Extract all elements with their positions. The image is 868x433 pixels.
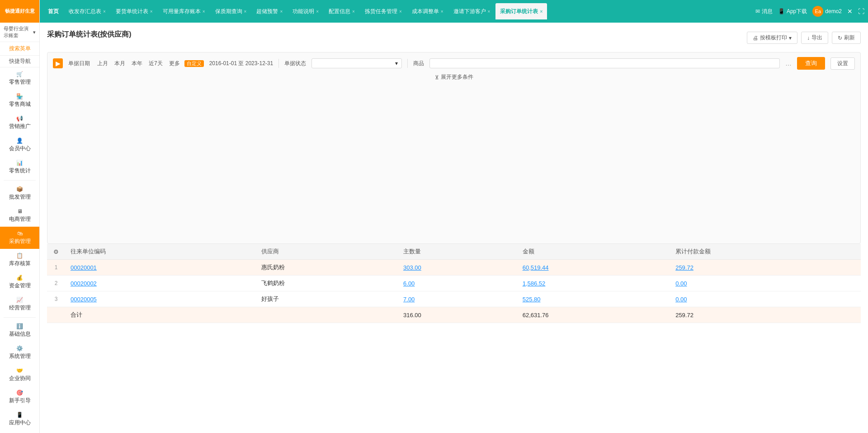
- date-shortcuts: 上月 本月 本年 近7天 更多 自定义: [95, 59, 204, 68]
- tab-purchase-order-stats[interactable]: 采购订单统计表 ×: [495, 3, 547, 19]
- cell-paid-amount[interactable]: 0.00: [670, 276, 861, 291]
- date-btn-this-month[interactable]: 本月: [113, 59, 127, 68]
- tab-cost-adjust[interactable]: 成本调整单 ×: [407, 3, 448, 19]
- export-btn[interactable]: ↓ 导出: [801, 32, 828, 44]
- cell-main-qty[interactable]: 303.00: [398, 260, 517, 276]
- tab-pick-task[interactable]: 拣货任务管理 ×: [360, 3, 406, 19]
- date-btn-7days[interactable]: 近7天: [147, 59, 165, 68]
- search-label[interactable]: 搜索英单: [9, 45, 31, 52]
- account-name: 母婴行业演示账套: [4, 25, 33, 39]
- cell-supplier-code[interactable]: 00020005: [65, 291, 256, 307]
- page-title: 采购订单统计表(按供应商): [47, 30, 132, 39]
- cell-amount[interactable]: 60,519.44: [517, 260, 670, 276]
- sidebar-item-operation[interactable]: 📈 经营管理: [0, 293, 39, 315]
- tab-invite-downstream[interactable]: 邀请下游客户 ×: [449, 3, 495, 19]
- table-summary-row: 合计 316.00 62,631.76 259.72: [47, 307, 861, 323]
- tab-close-icon[interactable]: ×: [150, 9, 153, 14]
- tab-close-icon[interactable]: ×: [488, 9, 491, 14]
- tab-close-icon[interactable]: ×: [103, 9, 106, 14]
- cell-paid-amount[interactable]: 0.00: [670, 291, 861, 307]
- tab-close-icon[interactable]: ×: [352, 9, 355, 14]
- tab-close-icon[interactable]: ×: [399, 9, 402, 14]
- goods-input[interactable]: [429, 58, 780, 68]
- message-btn[interactable]: ✉ 消息: [755, 8, 773, 15]
- status-select[interactable]: ▾: [311, 58, 402, 68]
- sidebar-item-finance[interactable]: 💰 资金管理: [0, 271, 39, 293]
- sidebar-item-shop[interactable]: 🏪 零售商城: [0, 90, 39, 112]
- tab-func-desc[interactable]: 功能说明 ×: [288, 3, 323, 19]
- summary-paid-amount: 259.72: [670, 307, 861, 323]
- cell-amount[interactable]: 525.80: [517, 291, 670, 307]
- tab-close-icon[interactable]: ×: [441, 9, 443, 14]
- sidebar-item-guide[interactable]: 🎯 新手引导: [0, 386, 39, 408]
- cell-supplier-name: 惠氏奶粉: [256, 260, 398, 276]
- search-entry[interactable]: 搜索英单: [0, 42, 39, 56]
- quicknav-label[interactable]: 快捷导航: [9, 58, 31, 64]
- cell-main-qty[interactable]: 7.00: [398, 291, 517, 307]
- app-logo: 畅捷通好生意: [0, 0, 39, 23]
- date-btn-more[interactable]: 更多: [167, 59, 182, 68]
- tab-config-info[interactable]: 配置信息 ×: [324, 3, 359, 19]
- cell-supplier-code[interactable]: 00020001: [65, 260, 256, 276]
- date-btn-last-month[interactable]: 上月: [95, 59, 110, 68]
- query-btn[interactable]: 查询: [797, 57, 825, 70]
- sidebar-item-marketing[interactable]: 📢 营销推广: [0, 112, 39, 134]
- user-label: demo2: [825, 8, 842, 14]
- filter-toggle-btn[interactable]: ▶: [53, 58, 63, 68]
- expand-more-btn[interactable]: ⊻ 展开更多条件: [435, 73, 473, 81]
- refresh-btn[interactable]: ↻ 刷新: [832, 32, 861, 44]
- user-avatar-btn[interactable]: Ea demo2: [812, 6, 842, 17]
- cell-paid-amount[interactable]: 259.72: [670, 260, 861, 276]
- fullscreen-icon[interactable]: ⛶: [858, 8, 864, 15]
- tab-receive-summary[interactable]: 收发存汇总表 ×: [64, 3, 110, 19]
- sidebar-item-label: 零售管理: [9, 78, 31, 86]
- marketing-icon: 📢: [16, 115, 23, 122]
- sidebar-item-appcenter[interactable]: 📱 应用中心: [0, 408, 39, 430]
- app-download-btn[interactable]: 📱 App下载: [778, 8, 807, 15]
- tab-purchase-stats[interactable]: 要货单统计表 ×: [111, 3, 157, 19]
- tab-expiry-query[interactable]: 保质期查询 ×: [211, 3, 251, 19]
- date-btn-this-year[interactable]: 本年: [130, 59, 144, 68]
- quicknav-entry[interactable]: 快捷导航: [0, 56, 39, 67]
- sidebar-item-retail[interactable]: 🛒 零售管理: [0, 67, 39, 90]
- app-download-icon: 📱: [778, 8, 785, 14]
- account-dropdown[interactable]: 母婴行业演示账套 ▾: [0, 23, 39, 42]
- col-header-paid-amount: 累计付款金额: [670, 244, 861, 260]
- print-btn[interactable]: 🖨 按模板打印 ▾: [747, 32, 797, 44]
- cell-supplier-name: 好孩子: [256, 291, 398, 307]
- goods-filter-label: 商品: [413, 60, 424, 67]
- sidebar-item-inventory[interactable]: 📋 库存核算: [0, 249, 39, 271]
- cell-main-qty[interactable]: 6.00: [398, 276, 517, 291]
- tab-close-icon[interactable]: ×: [280, 9, 283, 14]
- tab-close-icon[interactable]: ×: [244, 9, 247, 14]
- tab-close-icon[interactable]: ×: [203, 9, 205, 14]
- member-icon: 👤: [16, 138, 23, 144]
- tab-close-icon[interactable]: ×: [540, 9, 542, 14]
- tab-inventory-ledger[interactable]: 可用量库存账本 ×: [158, 3, 210, 19]
- shop-icon: 🏪: [16, 93, 23, 100]
- setting-btn[interactable]: 设置: [830, 57, 855, 70]
- cell-amount[interactable]: 1,586.52: [517, 276, 670, 291]
- sidebar-item-purchase[interactable]: 🛍 采购管理: [0, 227, 39, 249]
- goods-input-more-icon[interactable]: …: [785, 60, 792, 67]
- sidebar-item-wechat[interactable]: 💬 企业微信: [0, 430, 39, 433]
- status-filter-label: 单据状态: [284, 60, 306, 67]
- col-header-settings[interactable]: ⚙: [47, 244, 65, 260]
- tab-home[interactable]: 首页: [43, 3, 63, 19]
- page-content: 采购订单统计表(按供应商) 🖨 按模板打印 ▾ ↓ 导出 ↻ 刷新: [40, 23, 868, 433]
- summary-empty1: [47, 307, 65, 323]
- sidebar-item-member[interactable]: 👤 会员中心: [0, 134, 39, 156]
- sidebar-item-system[interactable]: ⚙️ 系统管理: [0, 342, 39, 364]
- table-settings-icon[interactable]: ⚙: [53, 248, 59, 255]
- sidebar-item-ecommerce[interactable]: 🖥 电商管理: [0, 205, 39, 227]
- sidebar-item-cooperation[interactable]: 🤝 企业协同: [0, 364, 39, 386]
- cell-supplier-code[interactable]: 00020002: [65, 276, 256, 291]
- sidebar-item-basic[interactable]: ℹ️ 基础信息: [0, 319, 39, 342]
- sidebar-item-retail-stats[interactable]: 📊 零售统计: [0, 156, 39, 178]
- close-window-icon[interactable]: ✕: [847, 8, 853, 15]
- sidebar-item-wholesale[interactable]: 📦 批发管理: [0, 182, 39, 205]
- tab-close-icon[interactable]: ×: [316, 9, 319, 14]
- sidebar-item-label: 零售商城: [9, 100, 31, 108]
- tab-overstock[interactable]: 超储预警 ×: [252, 3, 287, 19]
- message-label: 消息: [762, 8, 773, 15]
